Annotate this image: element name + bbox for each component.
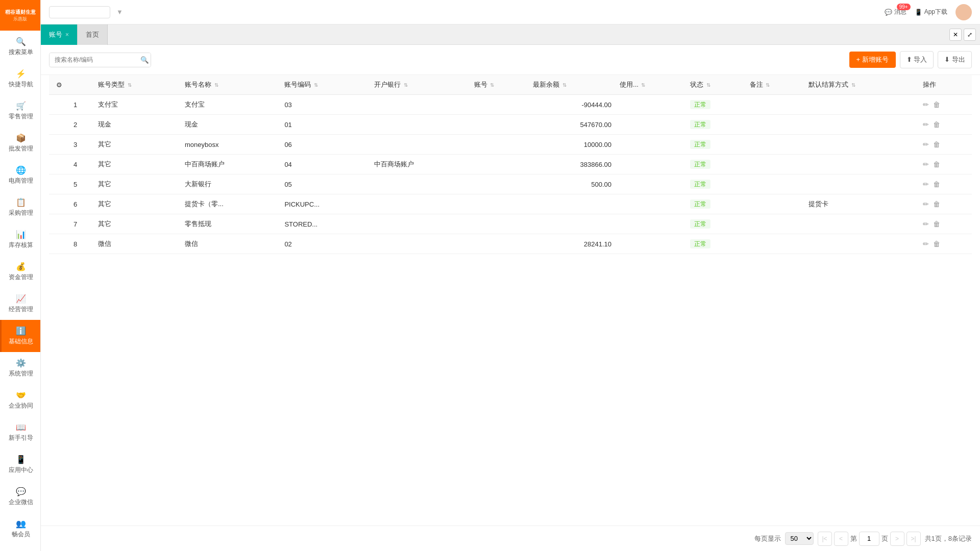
dropdown-icon[interactable]: ▼ — [116, 8, 123, 16]
row-index: 4 — [69, 155, 94, 174]
sidebar-item-quick-nav[interactable]: ⚡ 快捷导航 — [0, 63, 40, 95]
next-page-btn[interactable]: > — [890, 532, 904, 546]
sidebar-item-basic-info[interactable]: ℹ️ 基础信息 — [0, 320, 40, 352]
row-balance: 547670.00 — [529, 115, 616, 135]
per-page-label: 每页显示 — [754, 534, 781, 543]
sidebar-item-retail-mgmt[interactable]: 🛒 零售管理 — [0, 95, 40, 127]
row-account — [470, 135, 529, 155]
sidebar-item-member[interactable]: 👥 畅会员 — [0, 513, 40, 545]
phone-icon: 📱 — [915, 9, 922, 16]
row-name: 中百商场账户 — [181, 155, 280, 174]
row-account — [470, 194, 529, 214]
col-balance[interactable]: 最新余额 ⇅ — [529, 75, 616, 95]
sidebar-item-new-guide[interactable]: 📖 新手引导 — [0, 416, 40, 448]
edit-btn[interactable]: ✏ — [923, 101, 929, 109]
delete-btn[interactable]: 🗑 — [933, 140, 940, 148]
sidebar-item-wholesale-mgmt[interactable]: 📦 批发管理 — [0, 127, 40, 159]
table-row: 2 现金 现金 01 547670.00 正常 ✏ 🗑 — [49, 115, 972, 135]
row-index: 1 — [69, 95, 94, 115]
tab-close-btn[interactable]: ✕ — [949, 29, 962, 41]
col-default-payment[interactable]: 默认结算方式 ⇅ — [804, 75, 919, 95]
prev-page-btn[interactable]: < — [834, 532, 848, 546]
purchase-mgmt-icon: 📋 — [16, 197, 26, 207]
edit-btn[interactable]: ✏ — [923, 120, 929, 129]
row-remark — [746, 194, 805, 214]
sidebar-item-inventory-check[interactable]: 📊 库存核算 — [0, 223, 40, 256]
sidebar-item-business-mgmt[interactable]: 📈 经营管理 — [0, 288, 40, 320]
row-name: 现金 — [181, 115, 280, 135]
search-input[interactable] — [50, 53, 136, 66]
col-settings[interactable]: ⚙ — [49, 75, 69, 95]
table-row: 1 支付宝 支付宝 03 -90444.00 正常 ✏ 🗑 — [49, 95, 972, 115]
tab-expand-btn[interactable]: ⤢ — [964, 29, 976, 41]
table-container: ⚙ 账号类型 ⇅ 账号名称 ⇅ 账号编码 ⇅ 开户银行 ⇅ 账号 ⇅ 最新余额 … — [41, 75, 980, 525]
col-index — [69, 75, 94, 95]
add-account-button[interactable]: + 新增账号 — [849, 52, 896, 68]
row-balance: 10000.00 — [529, 135, 616, 155]
tab-account-close[interactable]: × — [65, 31, 69, 38]
search-button[interactable]: 🔍 — [136, 53, 151, 67]
last-page-btn[interactable]: >| — [906, 532, 921, 546]
sidebar-item-search-menu[interactable]: 🔍 搜索菜单 — [0, 31, 40, 63]
col-type[interactable]: 账号类型 ⇅ — [94, 75, 181, 95]
tab-home[interactable]: 首页 — [78, 24, 108, 45]
avatar[interactable] — [955, 4, 972, 20]
page-input[interactable] — [859, 532, 879, 546]
top-search-input[interactable] — [49, 6, 110, 18]
edit-btn[interactable]: ✏ — [923, 140, 929, 148]
page-prefix-label: 第 — [850, 534, 857, 543]
sidebar-item-system-mgmt[interactable]: ⚙️ 系统管理 — [0, 352, 40, 384]
edit-btn[interactable]: ✏ — [923, 160, 929, 168]
sidebar-item-enterprise-wechat[interactable]: 💬 企业微信 — [0, 481, 40, 513]
edit-btn[interactable]: ✏ — [923, 180, 929, 188]
col-name[interactable]: 账号名称 ⇅ — [181, 75, 280, 95]
first-page-btn[interactable]: |< — [818, 532, 832, 546]
app-download-label: App下载 — [924, 8, 947, 16]
col-usage[interactable]: 使用... ⇅ — [616, 75, 686, 95]
delete-btn[interactable]: 🗑 — [933, 240, 940, 248]
sidebar-item-purchase-mgmt[interactable]: 📋 采购管理 — [0, 191, 40, 223]
edit-btn[interactable]: ✏ — [923, 240, 929, 248]
delete-btn[interactable]: 🗑 — [933, 101, 940, 109]
row-status: 正常 — [686, 234, 745, 254]
per-page-select[interactable]: 50 100 200 — [785, 532, 814, 545]
row-type: 现金 — [94, 115, 181, 135]
row-remark — [746, 174, 805, 194]
row-code: 06 — [280, 135, 370, 155]
row-name: 零售抵现 — [181, 214, 280, 234]
inventory-check-icon: 📊 — [16, 230, 26, 239]
import-button[interactable]: ⬆ 导入 — [900, 51, 934, 68]
row-balance: -90444.00 — [529, 95, 616, 115]
col-remark[interactable]: 备注 ⇅ — [746, 75, 805, 95]
col-code[interactable]: 账号编码 ⇅ — [280, 75, 370, 95]
row-actions: ✏ 🗑 — [919, 214, 972, 234]
sidebar-item-app-center[interactable]: 📱 应用中心 — [0, 448, 40, 481]
delete-btn[interactable]: 🗑 — [933, 120, 940, 129]
col-status[interactable]: 状态 ⇅ — [686, 75, 745, 95]
capital-mgmt-label: 资金管理 — [9, 273, 33, 282]
sidebar-item-capital-mgmt[interactable]: 💰 资金管理 — [0, 256, 40, 288]
col-bank[interactable]: 开户银行 ⇅ — [370, 75, 470, 95]
sidebar-item-ecommerce-mgmt[interactable]: 🌐 电商管理 — [0, 159, 40, 191]
message-button[interactable]: 💬 消息 99+ — [885, 8, 906, 16]
delete-btn[interactable]: 🗑 — [933, 160, 940, 168]
delete-btn[interactable]: 🗑 — [933, 220, 940, 228]
row-default-payment — [804, 115, 919, 135]
delete-btn[interactable]: 🗑 — [933, 200, 940, 208]
export-button[interactable]: ⬇ 导出 — [938, 51, 972, 68]
tab-account[interactable]: 账号× — [41, 24, 78, 45]
member-label: 畅会员 — [12, 530, 30, 539]
search-menu-label: 搜索菜单 — [9, 48, 33, 57]
message-badge: 99+ — [897, 4, 911, 10]
top-bar-right: 💬 消息 99+ 📱 App下载 — [885, 4, 972, 20]
sidebar-item-enterprise-agreement[interactable]: 🤝 企业协同 — [0, 384, 40, 416]
app-download-button[interactable]: 📱 App下载 — [915, 8, 947, 16]
edit-btn[interactable]: ✏ — [923, 200, 929, 208]
delete-btn[interactable]: 🗑 — [933, 180, 940, 188]
col-account[interactable]: 账号 ⇅ — [470, 75, 529, 95]
row-usage — [616, 174, 686, 194]
edit-btn[interactable]: ✏ — [923, 220, 929, 228]
row-code: STORED... — [280, 214, 370, 234]
row-remark — [746, 214, 805, 234]
row-actions: ✏ 🗑 — [919, 135, 972, 155]
